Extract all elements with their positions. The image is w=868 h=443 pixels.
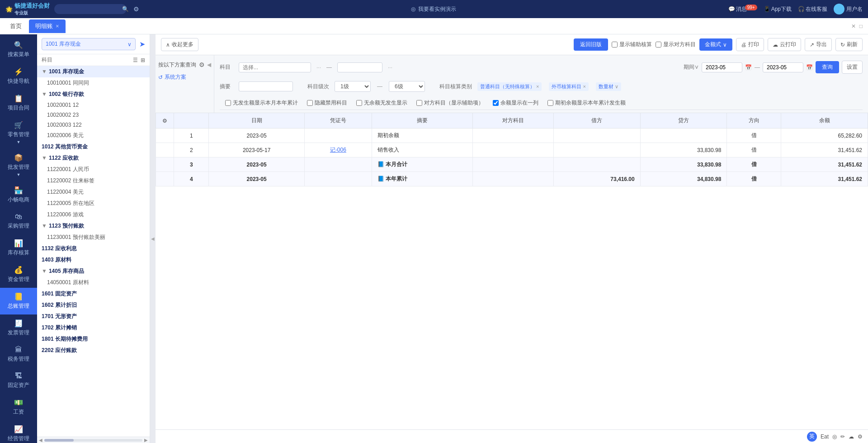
sidebar-item-contract[interactable]: 📋 项目合同 [0,90,37,116]
scroll-right-icon[interactable]: ▶ [144,438,148,443]
cb-no-balance-input[interactable] [356,100,362,106]
tree-item-1701[interactable]: 1701 无形资产 [37,311,150,322]
filter-settings-icon[interactable]: ⚙ [198,60,206,70]
tree-item-11220001[interactable]: 11220001 人民币 [37,164,150,175]
tab-home[interactable]: 首页 [4,19,28,33]
tree-item-2202[interactable]: 2202 应付账款 [37,345,150,356]
sidebar-item-ledger[interactable]: 📒 总账管理 [0,288,37,314]
tree-item-1405[interactable]: ▼1405 库存商品 [37,266,150,277]
sidebar-item-inventory[interactable]: 📊 库存核算 [0,234,37,261]
left-panel-collapse-handle[interactable]: ◀ [150,34,156,443]
tree-item-1801[interactable]: 1801 长期待摊费用 [37,333,150,345]
tree-item-1602[interactable]: 1602 累计折旧 [37,300,150,311]
tree-item-1001[interactable]: ▼1001 库存现金 [37,66,150,77]
sidebar-item-retail[interactable]: 🛒 零售管理 ▼ [0,116,37,149]
voucher-link-2[interactable]: 记-006 [330,147,346,153]
scroll-left-icon[interactable]: ◀ [39,438,42,443]
sidebar-item-ecommerce[interactable]: 🏪 小畅电商 [0,181,37,208]
window-maximize-icon[interactable]: □ [859,23,863,29]
more-filter-btn[interactable]: ∧ 收起更多 [161,38,198,51]
scheme-label-btn[interactable]: ↺ 系统方案 [158,73,211,81]
app-download-group[interactable]: 📱 App下载 [764,5,792,13]
keji-input-2[interactable] [337,62,382,72]
tree-item-10020001[interactable]: 10020001 12 [37,100,150,110]
period-calendar-2[interactable]: 📅 [806,64,813,71]
demo-label[interactable]: 我要看实例演示 [418,5,456,13]
setting-btn[interactable]: 设置 [842,61,863,74]
summary-input[interactable] [239,81,293,91]
period-end-input[interactable] [763,62,803,72]
tree-item-10020006[interactable]: 10020006 美元 [37,130,150,141]
grid-view-icon[interactable]: ⊞ [141,57,145,63]
cb-balance-col-input[interactable] [493,100,499,106]
tree-item-1403[interactable]: 1403 原材料 [37,254,150,266]
tree-item-1012[interactable]: 1012 其他货币资金 [37,141,150,152]
tree-item-10010001[interactable]: 10010001 同同同 [37,77,150,89]
cloud-print-btn[interactable]: ☁ 云打印 [768,38,801,51]
status-icon-eat[interactable]: Eat [821,433,829,440]
level-end-select[interactable]: 6级4级5级 [389,81,425,92]
tag-remove-3[interactable]: ∨ [615,84,618,90]
window-close-icon[interactable]: ✕ [851,23,856,29]
amount-style-btn[interactable]: 金额式 ∨ [699,38,732,51]
sidebar-item-ops[interactable]: 📈 经营管理 [0,420,37,443]
sidebar-item-tax[interactable]: 🏛 税务管理 [0,341,37,367]
tree-item-10020003[interactable]: 10020003 122 [37,120,150,130]
tag-remove-2[interactable]: × [583,84,585,89]
user-group[interactable]: 用户名 [834,4,863,14]
msg-group[interactable]: 💬 消息 99+ [728,5,757,13]
show-aux-checkbox[interactable] [612,42,618,48]
service-group[interactable]: 🎧 在线客服 [798,5,827,13]
top-search-input[interactable] [54,4,127,14]
tree-item-1122[interactable]: ▼1122 应收款 [37,152,150,164]
tree-item-11220002[interactable]: 11220002 往来标签 [37,175,150,186]
settings-icon-top[interactable]: ⚙ [133,5,139,13]
account-selector[interactable]: 1001 库存现金 ∨ [42,38,136,50]
tree-item-10020002[interactable]: 10020002 23 [37,110,150,120]
status-icon-gear[interactable]: ⚙ [858,433,863,440]
sidebar-item-wholesale[interactable]: 📦 批发管理 ▼ [0,149,37,181]
tree-item-11220004[interactable]: 11220004 美元 [37,186,150,198]
keji-more-icon[interactable]: ··· [316,64,321,71]
period-start-input[interactable] [702,62,742,72]
period-calendar-1[interactable]: 📅 [745,64,752,71]
tree-item-1123[interactable]: ▼1123 预付账款 [37,220,150,232]
query-btn[interactable]: 查询 [816,61,839,73]
status-icon-edit[interactable]: ✏ [840,433,845,440]
cb-hide-disabled-input[interactable] [307,100,313,106]
sidebar-item-fixed-assets[interactable]: 🏗 固定资产 [0,367,37,394]
refresh-btn[interactable]: ↻ 刷新 [835,38,863,51]
sidebar-item-search[interactable]: 🔍 搜索菜单 [0,36,37,63]
tree-item-14050001[interactable]: 14050001 原材料 [37,277,150,288]
filter-collapse-icon[interactable]: ◀ [207,62,211,68]
cb-opening-balance-input[interactable] [547,100,553,106]
keji-input[interactable] [239,62,311,72]
tree-item-11220006[interactable]: 11220006 游戏 [37,209,150,220]
sidebar-item-finance[interactable]: 💰 资金管理 [0,261,37,288]
tag-remove-1[interactable]: × [536,84,539,89]
row2-voucher[interactable]: 记-006 [304,143,372,157]
tab-ledger[interactable]: 明细账 × [29,19,66,33]
tree-item-11230001[interactable]: 11230001 预付账款美丽 [37,232,150,243]
status-icon-1[interactable]: 英 [807,432,817,442]
sidebar-item-salary[interactable]: 💵 工资 [0,394,37,420]
tab-ledger-close[interactable]: × [56,23,59,29]
export-btn[interactable]: ↗ 导出 [805,38,832,51]
return-old-btn[interactable]: 返回旧版 [574,38,608,51]
tree-item-11220005[interactable]: 11220005 所在地区 [37,198,150,209]
tree-item-1702[interactable]: 1702 累计摊销 [37,322,150,333]
tree-item-1601[interactable]: 1601 固定资产 [37,288,150,300]
status-icon-cloud[interactable]: ☁ [849,433,854,440]
list-view-icon[interactable]: ☰ [133,57,138,63]
sidebar-item-invoice[interactable]: 🧾 发票管理 [0,314,37,341]
show-opposite-checkbox[interactable] [656,42,661,48]
sidebar-item-purchase[interactable]: 🛍 采购管理 [0,208,37,234]
level-start-select[interactable]: 1级2级3级 [335,81,371,92]
sidebar-item-quicknav[interactable]: ⚡ 快捷导航 [0,63,37,90]
tree-item-1132[interactable]: 1132 应收利息 [37,243,150,254]
col-settings[interactable]: ⚙ [156,113,174,129]
nav-arrow-btn[interactable]: ➤ [139,40,145,48]
tree-item-1002[interactable]: ▼1002 银行存款 [37,89,150,100]
keji-more-icon-2[interactable]: ··· [388,64,392,71]
cb-opposite-input[interactable] [416,100,422,106]
